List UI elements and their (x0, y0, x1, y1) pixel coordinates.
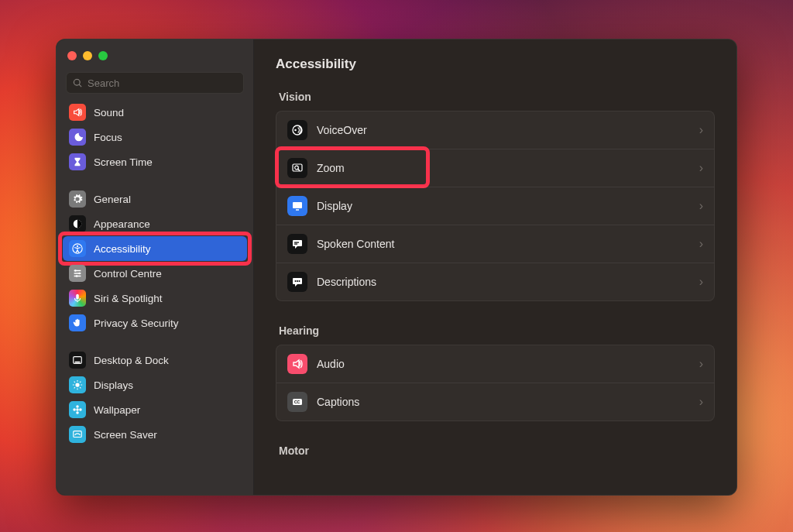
captions-icon (287, 392, 307, 412)
chevron-right-icon: › (699, 395, 703, 409)
sidebar-item-privacy[interactable]: Privacy & Security (63, 311, 247, 335)
section-label: Motor (279, 444, 715, 457)
settings-panel: VoiceOver›Zoom›Display›Spoken Content›De… (276, 111, 715, 301)
chevron-right-icon: › (699, 237, 703, 251)
speaker-icon (287, 354, 307, 374)
sidebar-item-accessibility[interactable]: Accessibility (63, 236, 247, 261)
row-label: Spoken Content (317, 238, 690, 250)
settings-row-descriptions[interactable]: Descriptions› (276, 263, 714, 300)
sidebar-item-label: Siri & Spotlight (94, 293, 163, 304)
chevron-right-icon: › (699, 357, 703, 371)
desktop-background: SoundFocusScreen TimeGeneralAppearanceAc… (0, 0, 793, 532)
hand-icon (69, 314, 86, 331)
row-label: VoiceOver (317, 124, 690, 136)
contrast-icon (69, 215, 86, 232)
sidebar: SoundFocusScreen TimeGeneralAppearanceAc… (57, 39, 254, 495)
sidebar-item-label: Control Centre (94, 268, 162, 280)
accessibility-icon (69, 240, 86, 257)
settings-window: SoundFocusScreen TimeGeneralAppearanceAc… (56, 39, 737, 496)
sidebar-item-label: Screen Time (94, 156, 153, 168)
sun-icon (69, 376, 86, 393)
row-label: Display (317, 200, 690, 212)
moon-icon (69, 129, 86, 146)
row-label: Descriptions (317, 276, 690, 288)
chevron-right-icon: › (699, 123, 703, 137)
row-label: Zoom (317, 162, 690, 174)
speaker-icon (69, 104, 86, 121)
sidebar-item-screensaver[interactable]: Screen Saver (63, 422, 247, 447)
settings-row-voiceover[interactable]: VoiceOver› (276, 112, 714, 149)
sidebar-item-label: Accessibility (94, 243, 151, 255)
sidebar-item-label: Wallpaper (94, 404, 140, 416)
sidebar-item-label: Focus (94, 132, 122, 143)
display-icon (287, 196, 307, 216)
settings-row-zoom[interactable]: Zoom› (276, 149, 714, 187)
row-label: Captions (317, 396, 690, 408)
search-field[interactable] (66, 72, 244, 94)
sidebar-item-sound[interactable]: Sound (63, 100, 247, 125)
maximize-button[interactable] (98, 51, 108, 60)
bubble-icon (287, 234, 307, 254)
sidebar-item-label: Privacy & Security (94, 317, 179, 329)
sidebar-item-controlcentre[interactable]: Control Centre (63, 261, 247, 286)
sidebar-item-screentime[interactable]: Screen Time (63, 149, 247, 174)
dock-icon (69, 352, 86, 369)
sidebar-item-label: Desktop & Dock (94, 355, 169, 366)
sidebar-item-label: Appearance (94, 218, 150, 230)
settings-row-audio[interactable]: Audio› (276, 345, 714, 383)
gear-icon (69, 190, 86, 208)
mic-icon (69, 290, 86, 307)
search-input[interactable] (88, 77, 237, 89)
row-label: Audio (317, 358, 690, 370)
sidebar-item-label: General (94, 194, 131, 205)
sidebar-nav: SoundFocusScreen TimeGeneralAppearanceAc… (57, 100, 253, 495)
sidebar-item-desktopdock[interactable]: Desktop & Dock (63, 348, 247, 372)
sidebar-item-displays[interactable]: Displays (63, 372, 247, 397)
chevron-right-icon: › (699, 161, 703, 175)
sidebar-item-label: Sound (94, 107, 124, 118)
section-label: Hearing (279, 324, 715, 337)
sidebar-item-appearance[interactable]: Appearance (63, 211, 247, 236)
search-icon (73, 78, 83, 88)
flower-icon (69, 401, 86, 418)
sidebar-item-label: Displays (94, 379, 133, 391)
sliders-icon (69, 265, 86, 282)
hourglass-icon (69, 153, 86, 170)
screensave-icon (69, 426, 86, 443)
settings-row-display[interactable]: Display› (276, 187, 714, 225)
sidebar-item-label: Screen Saver (94, 429, 157, 441)
content-pane: Accessibility VisionVoiceOver›Zoom›Displ… (254, 39, 736, 495)
sidebar-item-wallpaper[interactable]: Wallpaper (63, 397, 247, 422)
window-titlebar (57, 39, 253, 72)
settings-row-captions[interactable]: Captions› (276, 383, 714, 420)
chevron-right-icon: › (699, 199, 703, 213)
bubble-dots-icon (287, 272, 307, 292)
minimize-button[interactable] (83, 51, 92, 60)
sidebar-item-general[interactable]: General (63, 187, 247, 211)
chevron-right-icon: › (699, 275, 703, 289)
close-button[interactable] (67, 51, 77, 60)
sidebar-item-siri[interactable]: Siri & Spotlight (63, 286, 247, 311)
voiceover-icon (287, 120, 307, 140)
settings-row-spoken[interactable]: Spoken Content› (276, 225, 714, 263)
page-title: Accessibility (276, 57, 715, 72)
zoom-icon (287, 158, 307, 178)
sidebar-item-focus[interactable]: Focus (63, 125, 247, 149)
section-label: Vision (279, 91, 715, 103)
settings-panel: Audio›Captions› (276, 345, 715, 421)
